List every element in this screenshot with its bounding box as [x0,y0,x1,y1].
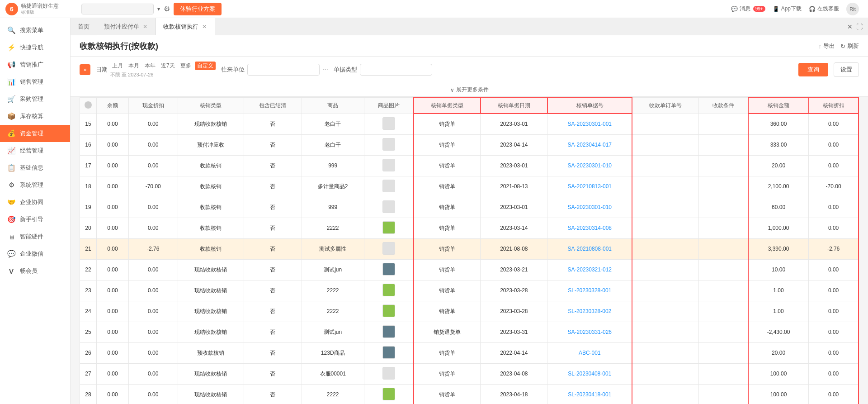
td-doc-no[interactable]: SL-20230418-001 [547,384,632,404]
app-icon: 📱 [773,6,779,12]
top-search-input[interactable] [81,4,154,14]
sidebar-item-marketing[interactable]: 📢 营销推广 [0,56,70,73]
td-doc-no[interactable]: SA-20230314-008 [547,218,632,238]
td-goods-img [364,176,413,197]
sidebar-item-search[interactable]: 🔍 搜索菜单 [0,22,70,39]
td-balance: 0.00 [97,218,129,238]
td-balance: 0.00 [97,197,129,218]
sidebar-item-finance[interactable]: 💰 资金管理 [0,125,70,142]
doc-no-link[interactable]: SL-20230418-001 [568,391,611,398]
sidebar-item-enterprise[interactable]: 🤝 企业协同 [0,194,70,211]
doc-no-link[interactable]: SA-20230314-008 [568,225,612,231]
sidebar-item-operations[interactable]: 📈 经营管理 [0,142,70,159]
settings-gear-icon[interactable]: ⚙ [164,5,170,13]
td-doc-no[interactable]: SA-20230301-001 [547,114,632,134]
tab-home[interactable]: 首页 [71,18,97,35]
date-btn-custom[interactable]: 自定义 [195,62,216,70]
doc-no-link[interactable]: SL-20230408-001 [568,371,611,377]
doc-no-link[interactable]: SA-20230301-010 [568,162,612,169]
date-btn-thisyear[interactable]: 本年 [143,61,157,71]
td-goods-img [364,301,413,322]
sidebar-item-quicknav[interactable]: ⚡ 快捷导航 [0,39,70,56]
date-btn-more[interactable]: 更多 [179,61,193,71]
td-cash-discount: 0.00 [128,280,178,301]
partner-input[interactable] [247,64,320,76]
online-service-btn[interactable]: 🎧 在线客服 [809,5,839,13]
td-doc-no[interactable]: SA-20210808-001 [547,238,632,259]
td-doc-no[interactable]: SA-20230301-010 [547,197,632,218]
app-download-btn[interactable]: 📱 App下载 [773,5,802,13]
td-cash-discount: 0.00 [128,322,178,342]
doc-no-link[interactable]: SL-20230328-001 [568,287,611,294]
tab-prepay-close[interactable]: ✕ [142,23,148,31]
sidebar-item-basic-info[interactable]: 📋 基础信息 [0,159,70,176]
td-doc-date: 2023-03-28 [481,280,547,301]
td-doc-no[interactable]: SA-20230321-012 [547,259,632,280]
sidebar-item-purchase[interactable]: 🛒 采购管理 [0,90,70,108]
table-container[interactable]: 余额 现金折扣 核销类型 包含已结清 商品 商品图片 核销单据类型 核销单据日期… [71,97,868,404]
column-settings-icon[interactable] [85,101,92,109]
doc-no-link[interactable]: SA-20230321-012 [568,266,612,273]
sidebar-item-guide[interactable]: 🎯 新手引导 [0,211,70,228]
td-cash-discount: 0.00 [128,363,178,384]
sidebar-item-system[interactable]: ⚙ 系统管理 [0,176,70,194]
refresh-btn[interactable]: ↻ 刷新 [840,42,859,50]
filter-expand-btn[interactable]: » [80,64,90,75]
td-doc-no[interactable]: ABC-001 [547,342,632,363]
table-settings-btn[interactable]: 设置 [834,62,859,77]
td-doc-no[interactable]: SA-20230331-026 [547,322,632,342]
top-bar-right: 💬 消息 99+ 📱 App下载 🎧 在线客服 Rit [731,3,863,15]
search-dropdown-icon[interactable]: ▾ [157,6,160,12]
tab-prepay[interactable]: 预付冲应付单 ✕ [97,18,156,35]
doc-no-link[interactable]: SA-20210808-001 [568,246,612,252]
partner-ellipsis[interactable]: ··· [322,66,328,74]
industry-btn[interactable]: 休验行业方案 [174,3,222,15]
doc-no-link[interactable]: SA-20230301-010 [568,204,612,210]
td-doc-no[interactable]: SA-20210813-001 [547,176,632,197]
td-include-settled: 否 [244,197,302,218]
tab-close-all-icon[interactable]: ✕ [847,23,853,30]
td-doc-no[interactable]: SL-20230328-002 [547,301,632,322]
doc-no-link[interactable]: ABC-001 [579,350,601,356]
sidebar-item-vip[interactable]: V 畅会员 [0,262,70,280]
td-doc-no[interactable]: SA-20230414-017 [547,134,632,155]
th-settings[interactable] [80,97,97,114]
tab-expand-icon[interactable]: ⛶ [856,23,863,30]
tab-writeoff[interactable]: 收款核销执行 ✕ [156,18,215,35]
date-btn-thismonth[interactable]: 本月 [127,61,141,71]
doc-no-link[interactable]: SA-20230301-001 [568,121,612,127]
logo-text: 畅捷通谱好生意 标准版 [21,3,59,14]
doc-no-link[interactable]: SA-20210813-001 [568,183,612,190]
td-doc-date: 2023-03-14 [481,218,547,238]
content-area: 首页 预付冲应付单 ✕ 收款核销执行 ✕ ✕ ⛶ 收 [71,18,868,404]
sidebar-item-inventory[interactable]: 📦 库存核算 [0,108,70,125]
td-writeoff-type: 现结收款核销 [178,259,244,280]
td-receipt-order [632,134,698,155]
doctype-select[interactable] [360,64,432,76]
doc-no-link[interactable]: SL-20230328-002 [568,308,611,314]
tab-writeoff-close[interactable]: ✕ [201,23,208,31]
td-doc-date: 2023-03-31 [481,322,547,342]
td-receipt-order [632,114,698,134]
td-receipt-term [698,134,748,155]
sidebar-item-wechat[interactable]: 💬 企业微信 [0,245,70,262]
goods-image [382,367,395,380]
message-btn[interactable]: 💬 消息 99+ [731,5,765,13]
sidebar-item-sales[interactable]: 📊 销售管理 [0,73,70,90]
date-btn-lastmonth[interactable]: 上月 [110,61,125,71]
expand-more-btn[interactable]: ∨ 展开更多条件 [450,86,489,94]
td-goods: 2222 [302,301,364,322]
user-avatar[interactable]: Rit [846,3,859,15]
sidebar-item-hardware[interactable]: 🖥 智能硬件 [0,228,70,245]
td-doc-no[interactable]: SL-20230328-001 [547,280,632,301]
export-btn[interactable]: ↑ 导出 [819,42,835,50]
th-cash-discount: 现金折扣 [128,97,178,114]
goods-image [382,159,395,171]
query-btn[interactable]: 查询 [798,63,828,76]
doc-no-link[interactable]: SA-20230414-017 [568,142,612,148]
td-doc-no[interactable]: SL-20230408-001 [547,363,632,384]
td-doc-no[interactable]: SA-20230301-010 [547,155,632,176]
doc-no-link[interactable]: SA-20230331-026 [568,329,612,335]
table-row: 17 0.00 0.00 收款核销 否 999 销货单 2023-03-01 S… [80,155,859,176]
date-btn-7days[interactable]: 近7天 [159,61,177,71]
